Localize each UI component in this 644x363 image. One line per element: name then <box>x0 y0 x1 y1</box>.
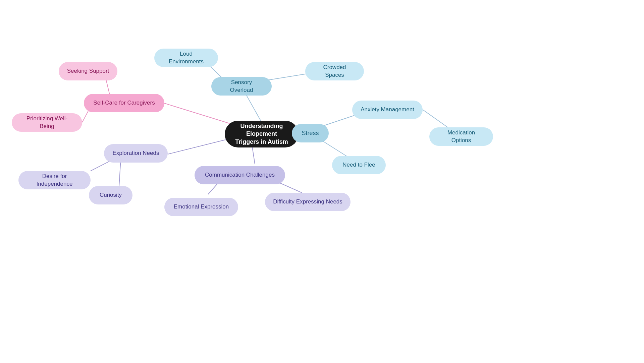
loud-environments-label: Loud Environments <box>162 50 210 65</box>
difficulty-expressing-node: Difficulty Expressing Needs <box>265 193 351 211</box>
anxiety-management-node: Anxiety Management <box>352 101 423 119</box>
need-to-flee-node: Need to Flee <box>332 156 386 174</box>
desire-independence-node: Desire for Independence <box>18 171 91 189</box>
svg-line-13 <box>164 103 231 124</box>
exploration-needs-label: Exploration Needs <box>113 149 159 157</box>
center-node: Understanding Elopement Triggers in Auti… <box>225 121 299 147</box>
medication-options-node: Medication Options <box>429 127 493 146</box>
self-care-label: Self-Care for Caregivers <box>93 99 155 107</box>
crowded-spaces-label: Crowded Spaces <box>313 64 356 78</box>
emotional-expression-node: Emotional Expression <box>164 198 238 216</box>
prioritizing-wellbeing-node: Prioritizing Well-Being <box>12 113 82 132</box>
curiosity-label: Curiosity <box>100 191 122 199</box>
seeking-support-node: Seeking Support <box>59 62 117 80</box>
communication-challenges-node: Communication Challenges <box>195 166 285 184</box>
svg-line-5 <box>423 110 448 127</box>
loud-environments-node: Loud Environments <box>154 49 218 67</box>
self-care-node: Self-Care for Caregivers <box>84 94 164 112</box>
difficulty-expressing-label: Difficulty Expressing Needs <box>273 198 342 205</box>
medication-options-label: Medication Options <box>437 129 485 144</box>
desire-independence-label: Desire for Independence <box>26 173 83 187</box>
exploration-needs-node: Exploration Needs <box>104 144 168 163</box>
center-label: Understanding Elopement Triggers in Auti… <box>231 122 292 146</box>
stress-node: Stress <box>292 124 329 142</box>
communication-challenges-label: Communication Challenges <box>205 171 275 179</box>
anxiety-management-label: Anxiety Management <box>361 106 414 113</box>
emotional-expression-label: Emotional Expression <box>174 203 229 210</box>
crowded-spaces-node: Crowded Spaces <box>305 62 364 80</box>
prioritizing-wellbeing-label: Prioritizing Well-Being <box>20 115 74 130</box>
svg-line-12 <box>119 159 121 186</box>
curiosity-node: Curiosity <box>89 186 132 204</box>
sensory-overload-label: Sensory Overload <box>219 79 264 94</box>
stress-label: Stress <box>302 129 319 137</box>
need-to-flee-label: Need to Flee <box>342 161 375 169</box>
svg-line-10 <box>168 139 228 154</box>
sensory-overload-node: Sensory Overload <box>211 77 272 96</box>
seeking-support-label: Seeking Support <box>67 67 109 75</box>
